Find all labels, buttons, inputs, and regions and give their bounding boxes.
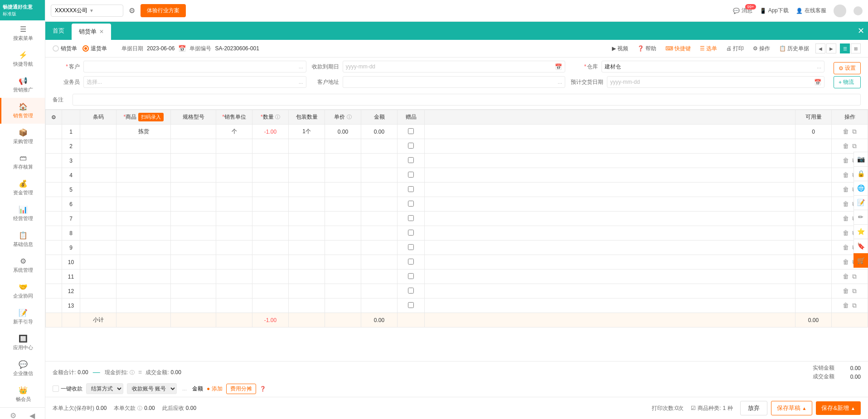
cell-gift-2[interactable] [398,139,425,154]
cell-product-8[interactable] [116,226,171,241]
one-click-checkbox[interactable] [53,385,59,392]
shortcut-btn[interactable]: ⌨ 快捷键 [663,44,693,53]
cell-qty-7[interactable] [252,212,289,226]
cell-barcode-10[interactable] [80,255,116,270]
delete-icon-1[interactable]: 🗑 [843,128,849,135]
cell-pkgqty-11[interactable] [289,270,325,284]
float-btn-2[interactable]: 🔒 [853,166,868,181]
cell-pkgqty-12[interactable] [289,284,325,299]
cell-gift-6[interactable] [398,197,425,212]
cell-spec-1[interactable] [171,125,216,139]
remark-input[interactable] [73,94,861,106]
cell-product-1[interactable]: 拣货 [116,125,171,139]
user-avatar2[interactable] [853,6,863,15]
cell-product-12[interactable] [116,284,171,299]
cell-amount-11[interactable] [361,270,398,284]
tab-home[interactable]: 首页 [45,22,72,40]
cell-price-12[interactable] [325,284,361,299]
cell-qty-3[interactable] [252,154,289,168]
cell-amount-13[interactable] [361,299,398,313]
cell-gift-7[interactable] [398,212,425,226]
company-selector[interactable]: XXXXXX公司 ▼ [51,5,123,17]
cell-qty-6[interactable] [252,197,289,212]
cell-amount-2[interactable] [361,139,398,154]
radio-sales-order[interactable]: 销货单 [53,45,77,53]
cell-pkgqty-7[interactable] [289,212,325,226]
sidebar-item-guide[interactable]: 📝 新手引导 [0,304,45,330]
cell-gear-9[interactable] [46,241,62,255]
copy-icon-13[interactable]: ⧉ [852,302,857,309]
cell-gift-10[interactable] [398,255,425,270]
customer-address-input[interactable]: ... [343,76,566,88]
cell-gift-4[interactable] [398,168,425,183]
cell-qty-13[interactable] [252,299,289,313]
cell-spec-13[interactable] [171,299,216,313]
abandon-button[interactable]: 放弃 [740,401,767,415]
cell-price-10[interactable] [325,255,361,270]
salesperson-input[interactable]: 选择... ... [83,76,306,88]
gift-checkbox-11[interactable] [408,273,414,279]
cell-pkgqty-2[interactable] [289,139,325,154]
expense-tab-button[interactable]: 费用分摊 [226,384,256,394]
cell-price-1[interactable]: 0.00 [325,125,361,139]
date-picker-icon[interactable]: 📅 [178,45,186,52]
cell-price-2[interactable] [325,139,361,154]
cell-amount-9[interactable] [361,241,398,255]
cell-gear-2[interactable] [46,139,62,154]
next-arrow[interactable]: ▶ [826,43,836,53]
sidebar-item-finance[interactable]: 💰 资金管理 [0,175,45,201]
cell-spec-8[interactable] [171,226,216,241]
view-btn-list[interactable]: ☰ [840,43,850,53]
sidebar-item-wechat[interactable]: 💬 企业微信 [0,356,45,381]
cell-spec-12[interactable] [171,284,216,299]
cell-price-7[interactable] [325,212,361,226]
cell-amount-8[interactable] [361,226,398,241]
gift-checkbox-1[interactable] [408,128,414,134]
cell-spec-2[interactable] [171,139,216,154]
copy-icon-2[interactable]: ⧉ [852,142,857,149]
gift-checkbox-8[interactable] [408,230,414,236]
topbar-gear-icon[interactable]: ⚙ [129,6,135,15]
cell-product-11[interactable] [116,270,171,284]
logistics-button[interactable]: + 物流 [834,76,861,88]
cell-pkgqty-1[interactable]: 1个 [289,125,325,139]
cell-amount-3[interactable] [361,154,398,168]
cell-unit-7[interactable] [216,212,252,226]
cell-qty-2[interactable] [252,139,289,154]
cell-barcode-11[interactable] [80,270,116,284]
cell-price-3[interactable] [325,154,361,168]
cell-qty-1[interactable]: -1.00 [252,125,289,139]
select-order-btn[interactable]: ☰ 选单 [697,44,720,53]
cell-gift-12[interactable] [398,284,425,299]
cell-pkgqty-9[interactable] [289,241,325,255]
float-btn-1[interactable]: 📷 [853,152,868,166]
cell-unit-5[interactable] [216,183,252,197]
warehouse-input[interactable]: 建材仓 ... [601,61,824,72]
cell-gift-8[interactable] [398,226,425,241]
cell-gift-11[interactable] [398,270,425,284]
save-new-button[interactable]: 保存&新增 ▲ [816,401,861,415]
cell-gift-1[interactable] [398,125,425,139]
cell-gear-8[interactable] [46,226,62,241]
cell-unit-12[interactable] [216,284,252,299]
float-btn-7[interactable]: 🔖 [853,239,868,253]
cell-price-9[interactable] [325,241,361,255]
cell-barcode-7[interactable] [80,212,116,226]
cell-gear-10[interactable] [46,255,62,270]
app-download-button[interactable]: 📱 App下载 [760,7,789,14]
delete-icon-13[interactable]: 🗑 [843,302,849,309]
cell-product-2[interactable] [116,139,171,154]
cell-amount-10[interactable] [361,255,398,270]
float-btn-4[interactable]: 📝 [853,195,868,210]
cell-spec-5[interactable] [171,183,216,197]
cell-gear-6[interactable] [46,197,62,212]
online-service-button[interactable]: 👤 在线客服 [796,7,826,14]
cell-barcode-2[interactable] [80,139,116,154]
collection-date-input[interactable]: yyyy-mm-dd 📅 [343,61,566,72]
gift-checkbox-12[interactable] [408,288,414,294]
cell-qty-9[interactable] [252,241,289,255]
tabbar-close-icon[interactable]: ✕ [858,26,864,35]
float-btn-5[interactable]: ✏ [853,210,868,224]
cell-barcode-13[interactable] [80,299,116,313]
cell-amount-4[interactable] [361,168,398,183]
